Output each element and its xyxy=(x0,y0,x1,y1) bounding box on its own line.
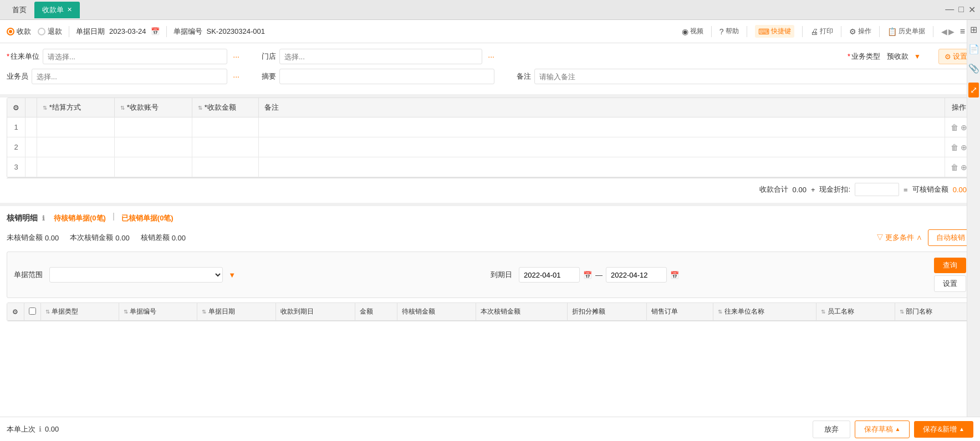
date-from-label: 到期日 xyxy=(491,270,512,280)
row-2-delete-btn[interactable]: 🗑 xyxy=(951,143,958,152)
print-btn[interactable]: 🖨 打印 xyxy=(810,27,833,36)
date-to-cal-icon[interactable]: 📅 xyxy=(670,271,679,279)
counterparty-input[interactable] xyxy=(43,49,227,64)
save-draft-btn[interactable]: 保存草稿 ▲ xyxy=(855,421,910,438)
tab-done[interactable]: 已核销单据(0笔) xyxy=(117,212,178,225)
radio-refund[interactable]: 退款 xyxy=(38,27,62,37)
row-1-account xyxy=(115,117,192,137)
date-from-input[interactable] xyxy=(519,267,580,283)
main-table-wrapper: ⚙ ⇅ *结算方式 ⇅ *收款账号 ⇅ *收款金额 xyxy=(7,98,973,178)
nav-next-btn[interactable]: ▶ xyxy=(948,27,955,36)
toolbar-divider-2 xyxy=(166,26,167,37)
filter-settings-btn[interactable]: 设置 xyxy=(934,275,966,292)
dth-dept: ⇅ 部门名称 xyxy=(895,303,973,321)
counterparty-field: *往来单位 ··· xyxy=(7,49,239,64)
video-btn[interactable]: ◉ 视频 xyxy=(682,27,703,36)
dth-amount: 金额 xyxy=(355,303,397,321)
discount-input[interactable] xyxy=(855,183,899,196)
view-list-btn[interactable]: ≡ xyxy=(960,27,965,37)
filter-actions: 查询 设置 xyxy=(934,258,966,292)
store-field: 门店 ··· xyxy=(262,49,494,64)
verification-section: 核销明细 ℹ 待核销单据(0笔) | 已核销单据(0笔) 未核销金额 0.00 … xyxy=(0,206,980,327)
th-amount: ⇅ *收款金额 xyxy=(192,98,259,117)
toolbar-divider-4 xyxy=(747,26,747,37)
th-settings[interactable]: ⚙ xyxy=(7,98,25,117)
row-1-delete-btn[interactable]: 🗑 xyxy=(951,123,958,132)
right-sidebar: ⊞ 📄 📎 ⤢ xyxy=(967,20,980,417)
note-input[interactable] xyxy=(534,69,973,84)
salesperson-more-btn[interactable]: ··· xyxy=(233,72,239,81)
window-max-btn[interactable]: □ xyxy=(958,4,964,15)
verify-tabs: 待核销单据(0笔) | 已核销单据(0笔) xyxy=(49,212,178,225)
tab-home[interactable]: 首页 xyxy=(4,2,34,18)
toolbar-divider-5 xyxy=(802,26,803,37)
salesperson-input[interactable] xyxy=(32,69,227,84)
nav-arrows: ◀ ▶ xyxy=(941,27,955,36)
counterparty-label: *往来单位 xyxy=(7,52,39,61)
tab-bar: 首页 收款单 ✕ — □ ✕ xyxy=(0,0,980,20)
business-type-dropdown-icon[interactable]: ▼ xyxy=(914,53,921,60)
window-min-btn[interactable]: — xyxy=(945,4,954,15)
row-2-action-group: 🗑 ⊕ xyxy=(951,143,967,152)
form-section: *往来单位 ··· 门店 ··· *业务类型 预收款 ▼ ⚙ xyxy=(0,43,980,98)
select-all-checkbox[interactable] xyxy=(29,307,36,315)
this-order-label: 本单上次 xyxy=(7,424,35,434)
tab-receipt[interactable]: 收款单 ✕ xyxy=(34,2,80,18)
row-1-empty xyxy=(25,117,37,137)
store-more-btn[interactable]: ··· xyxy=(488,52,494,61)
tab-receipt-label: 收款单 xyxy=(42,5,64,15)
help-btn[interactable]: ? 帮助 xyxy=(719,27,739,36)
tab-close-icon[interactable]: ✕ xyxy=(67,6,72,13)
section-title-text: 核销明细 xyxy=(7,213,38,223)
shortcut-icon: ⌨ xyxy=(758,27,769,36)
filter-more-btn[interactable]: ▽ 更多条件 ∧ xyxy=(876,233,922,243)
stat-current-value: 0.00 xyxy=(115,234,129,242)
sidebar-expand-icon[interactable]: ⤢ xyxy=(968,83,979,98)
dth-doc-no: ⇅ 单据编号 xyxy=(119,303,197,321)
section-info-icon[interactable]: ℹ xyxy=(42,214,45,222)
save-new-arrow: ▲ xyxy=(959,426,964,432)
sidebar-table-icon[interactable]: ⊞ xyxy=(970,24,977,35)
main-content: *往来单位 ··· 门店 ··· *业务类型 预收款 ▼ ⚙ xyxy=(0,43,980,417)
operation-btn[interactable]: ⚙ 操作 xyxy=(849,27,871,36)
verify-actions: ▽ 更多条件 ∧ 自动核销 xyxy=(876,229,973,246)
discount-label: 现金折扣: xyxy=(819,184,850,194)
window-close-btn[interactable]: ✕ xyxy=(968,4,976,15)
remark-field: 摘要 xyxy=(262,69,494,84)
shortcut-btn[interactable]: ⌨ 快捷键 xyxy=(755,25,794,38)
row-1-remark xyxy=(259,117,945,137)
save-new-btn[interactable]: 保存&新增 ▲ xyxy=(914,421,973,438)
voucher-value: SK-20230324-001 xyxy=(207,27,266,35)
note-label: 备注 xyxy=(517,71,531,81)
counterparty-more-btn[interactable]: ··· xyxy=(233,52,239,61)
radio-receipt[interactable]: 收款 xyxy=(7,27,31,37)
row-3-delete-btn[interactable]: 🗑 xyxy=(951,163,958,172)
business-type-field: *业务类型 预收款 ▼ ⚙ 设置 xyxy=(517,49,973,64)
voucher-label: 单据编号 xyxy=(173,27,202,37)
note-field: 备注 xyxy=(517,69,973,84)
radio-receipt-dot xyxy=(7,28,14,35)
bottom-info-icon[interactable]: ℹ xyxy=(39,425,42,433)
toolbar-divider-7 xyxy=(879,26,880,37)
discard-btn[interactable]: 放弃 xyxy=(813,421,850,438)
range-dropdown-icon[interactable]: ▼ xyxy=(228,271,236,279)
date-from-cal-icon[interactable]: 📅 xyxy=(583,271,592,279)
remark-input[interactable] xyxy=(279,69,494,84)
th-remark: 备注 xyxy=(259,98,945,117)
bottom-bar: 本单上次 ℹ 0.00 放弃 保存草稿 ▲ 保存&新增 ▲ xyxy=(0,417,980,441)
date-to-input[interactable] xyxy=(606,267,667,283)
history-btn[interactable]: 📋 历史单据 xyxy=(887,27,925,36)
verify-filter-form: 单据范围 ▼ 到期日 📅 — 📅 查询 设置 xyxy=(7,252,973,298)
dth-settings[interactable]: ⚙ xyxy=(7,303,24,321)
nav-prev-btn[interactable]: ◀ xyxy=(941,27,947,36)
query-btn[interactable]: 查询 xyxy=(934,258,966,273)
date-range-field: 到期日 📅 — 📅 xyxy=(247,267,923,283)
date-calendar-icon[interactable]: 📅 xyxy=(151,27,160,35)
tab-pending[interactable]: 待核销单据(0笔) xyxy=(49,212,110,225)
store-input[interactable] xyxy=(279,49,482,64)
range-select[interactable] xyxy=(49,267,223,283)
save-draft-label: 保存草稿 xyxy=(864,424,893,434)
save-draft-arrow: ▲ xyxy=(895,426,901,432)
sidebar-clip-icon[interactable]: 📎 xyxy=(968,63,979,74)
sidebar-doc-icon[interactable]: 📄 xyxy=(968,44,979,54)
